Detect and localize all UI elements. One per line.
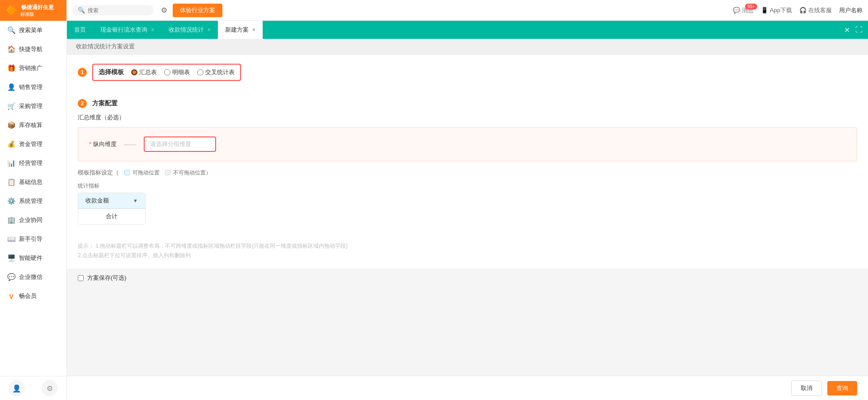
home-icon: 🏠 xyxy=(7,45,15,53)
search-input[interactable] xyxy=(88,7,148,14)
sidebar-item-inventory[interactable]: 📦 库存核算 xyxy=(0,116,66,135)
sidebar-item-label: 新手引导 xyxy=(19,235,42,243)
book-icon: 📖 xyxy=(7,235,15,243)
message-icon: 💬 xyxy=(733,7,740,14)
gift-icon: 🎁 xyxy=(7,64,15,72)
sidebar-item-label: 搜索菜单 xyxy=(19,26,42,34)
sidebar-item-quick-nav[interactable]: 🏠 快捷导航 xyxy=(0,40,66,59)
radio-detail[interactable]: 明细表 xyxy=(164,68,190,76)
tab-receipt-close[interactable]: × xyxy=(208,27,211,33)
sidebar-item-system[interactable]: ⚙️ 系统管理 xyxy=(0,192,66,211)
notification-btn[interactable]: 💬 消息 99+ xyxy=(733,6,754,14)
indicator-table: 收款金额 ▼ 合计 xyxy=(78,193,146,225)
gear-icon: ⚙️ xyxy=(7,197,15,205)
sidebar-item-basic-info[interactable]: 📋 基础信息 xyxy=(0,173,66,192)
fixed-dot xyxy=(165,170,170,175)
sidebar-item-label: 企业协同 xyxy=(19,216,42,224)
sidebar-item-label: 基础信息 xyxy=(19,178,42,186)
save-checkbox[interactable] xyxy=(78,275,84,281)
sidebar-item-search-menu[interactable]: 🔍 搜索菜单 xyxy=(0,21,66,40)
sidebar-item-marketing[interactable]: 🎁 营销推广 xyxy=(0,59,66,78)
stat-label: 统计指标 xyxy=(78,182,857,190)
stat-col-label: 收款金额 xyxy=(85,197,109,205)
sidebar-item-label: 快捷导航 xyxy=(19,45,42,53)
radio-cross-input[interactable] xyxy=(197,69,203,75)
tab-new-plan-label: 新建方案 xyxy=(225,26,249,34)
topbar-right: 💬 消息 99+ 📱 App下载 🎧 在线客服 用户名称 xyxy=(733,6,863,14)
tab-cashflow-close[interactable]: × xyxy=(151,27,154,33)
dimension-select[interactable]: 请选择分组维度 xyxy=(144,136,216,152)
sidebar-item-label: 营销推广 xyxy=(19,64,42,72)
sidebar-item-label: 销售管理 xyxy=(19,83,42,91)
step2-section: 2 方案配置 汇总维度（必选） * 纵向维度 —— 请选择分组维度 xyxy=(67,99,868,239)
footer: 取消 查询 xyxy=(67,376,868,400)
indicators-title: 模板指标设定（ xyxy=(78,169,119,177)
tab-new-plan-close[interactable]: × xyxy=(252,27,255,33)
query-button[interactable]: 查询 xyxy=(827,381,857,395)
sidebar-item-enterprise[interactable]: 🏢 企业协同 xyxy=(0,211,66,230)
tab-new-plan[interactable]: 新建方案 × xyxy=(218,21,263,39)
sidebar-bottom: 👤 ⚙ xyxy=(0,376,66,400)
movable-label: 可拖动位置 xyxy=(132,169,160,177)
username: 用户名称 xyxy=(839,6,863,14)
box-icon: 📦 xyxy=(7,121,15,129)
sidebar-settings[interactable]: ⚙ xyxy=(42,380,58,396)
close-tab-icon[interactable]: ✕ xyxy=(844,26,850,34)
step1-row: 1 选择模板 汇总表 明细表 交叉统 xyxy=(78,64,857,81)
sidebar-item-smart-hw[interactable]: 🖥️ 智能硬件 xyxy=(0,249,66,268)
hint2: 2.点击标题栏下拉可设置排序、插入列和删除列 xyxy=(78,252,857,259)
sidebar-item-newbie[interactable]: 📖 新手引导 xyxy=(0,230,66,249)
app-logo: 🔶 畅捷通好生意 标准版 xyxy=(0,0,66,21)
topbar: 🔍 ⚙ 体验行业方案 💬 消息 99+ 📱 App下载 🎧 在线客服 用户名称 xyxy=(67,0,868,21)
radio-summary-input[interactable] xyxy=(131,69,137,75)
download-btn[interactable]: 📱 App下载 xyxy=(761,6,792,14)
radio-detail-input[interactable] xyxy=(164,69,170,75)
expand-icon[interactable]: ⛶ xyxy=(855,26,863,34)
sidebar-item-member[interactable]: V 畅会员 xyxy=(0,287,66,306)
indicators-header: 模板指标设定（ 可拖动位置 不可拖动位置） xyxy=(78,169,857,177)
download-label: App下载 xyxy=(770,6,792,14)
service-label: 在线客服 xyxy=(808,6,832,14)
dimension-placeholder: 请选择分组维度 xyxy=(150,141,191,147)
sidebar-item-wechat[interactable]: 💬 企业微信 xyxy=(0,268,66,287)
step1-section: 1 选择模板 汇总表 明细表 交叉统 xyxy=(67,55,868,99)
indicator-header[interactable]: 收款金额 ▼ xyxy=(78,193,145,209)
template-border: 选择模板 汇总表 明细表 交叉统计表 xyxy=(92,64,241,81)
cart-icon: 🛒 xyxy=(7,102,15,110)
legend-movable: 可拖动位置 xyxy=(124,169,160,177)
tab-cashflow[interactable]: 现金银行流水查询 × xyxy=(93,21,161,39)
sidebar-item-finance[interactable]: 💰 资金管理 xyxy=(0,135,66,154)
sidebar-item-management[interactable]: 📊 经营管理 xyxy=(0,154,66,173)
main-area: 🔍 ⚙ 体验行业方案 💬 消息 99+ 📱 App下载 🎧 在线客服 用户名称 … xyxy=(67,0,868,400)
step1-label: 选择模板 xyxy=(99,68,124,76)
dropdown-icon[interactable]: ▼ xyxy=(133,198,138,203)
tab-home[interactable]: 首页 xyxy=(67,21,93,39)
sidebar-item-label: 智能硬件 xyxy=(19,254,42,262)
sidebar-item-sales[interactable]: 👤 销售管理 xyxy=(0,78,66,97)
sidebar-item-label: 系统管理 xyxy=(19,197,42,205)
cancel-button[interactable]: 取消 xyxy=(791,381,822,396)
radio-cross[interactable]: 交叉统计表 xyxy=(197,68,235,76)
radio-detail-label: 明细表 xyxy=(172,68,190,76)
tab-receipt-stat[interactable]: 收款情况统计 × xyxy=(161,21,218,39)
tab-cashflow-label: 现金银行流水查询 xyxy=(100,26,147,34)
sidebar-item-purchase[interactable]: 🛒 采购管理 xyxy=(0,97,66,116)
doc-icon: 📋 xyxy=(7,178,15,186)
badge-count: 99+ xyxy=(745,4,757,9)
search-box[interactable]: 🔍 xyxy=(72,5,154,15)
legend-fixed: 不可拖动位置） xyxy=(165,169,211,177)
radio-summary[interactable]: 汇总表 xyxy=(131,68,157,76)
tab-bar: 首页 现金银行流水查询 × 收款情况统计 × 新建方案 × ✕ ⛶ xyxy=(67,21,868,39)
sidebar-item-label: 经营管理 xyxy=(19,159,42,167)
sidebar-item-label: 资金管理 xyxy=(19,140,42,148)
sidebar-item-label: 库存核算 xyxy=(19,121,42,129)
fixed-label: 不可拖动位置） xyxy=(173,169,211,177)
trial-btn[interactable]: 体验行业方案 xyxy=(173,4,222,17)
page-content: 收款情况统计方案设置 1 选择模板 汇总表 明细表 xyxy=(67,39,868,376)
sidebar-avatar[interactable]: 👤 xyxy=(9,380,25,396)
service-btn[interactable]: 🎧 在线客服 xyxy=(799,6,832,14)
dimension-area: * 纵向维度 —— 请选择分组维度 xyxy=(78,127,857,161)
radio-group: 汇总表 明细表 交叉统计表 xyxy=(131,68,235,76)
sidebar: 🔶 畅捷通好生意 标准版 🔍 搜索菜单 🏠 快捷导航 🎁 营销推广 👤 销售管理… xyxy=(0,0,67,400)
settings-icon[interactable]: ⚙ xyxy=(161,6,167,14)
